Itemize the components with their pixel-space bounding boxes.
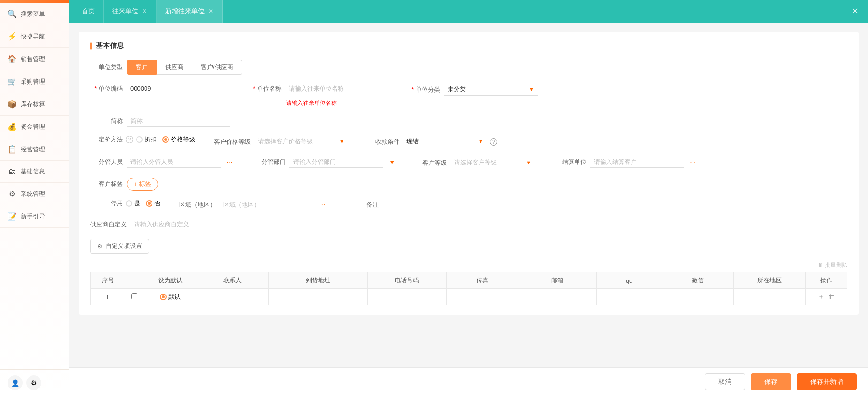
phone-input[interactable]: [386, 294, 428, 301]
batch-delete-area: 🗑 批量删除: [90, 261, 847, 269]
payment-terms-value: 现结: [406, 137, 419, 146]
row-wechat[interactable]: [662, 289, 733, 305]
tab-home-label: 首页: [82, 7, 95, 16]
settings-icon[interactable]: ⚙: [26, 375, 41, 390]
sidebar-item-operations[interactable]: 📋 经营管理: [0, 138, 69, 161]
cancel-button[interactable]: 取消: [705, 373, 745, 390]
sidebar-item-quick-nav[interactable]: ⚡ 快捷导航: [0, 25, 69, 48]
manager-more-btn[interactable]: ···: [224, 158, 234, 166]
pricing-discount[interactable]: 折扣: [136, 135, 157, 144]
batch-delete-label[interactable]: 批量删除: [825, 262, 847, 268]
sidebar-item-purchase[interactable]: 🛒 采购管理: [0, 70, 69, 93]
region-more-btn[interactable]: ···: [317, 201, 327, 209]
row-checkbox[interactable]: [125, 289, 144, 305]
tab-new-partner[interactable]: 新增往来单位 ✕: [157, 0, 223, 23]
unit-code-label: 单位编码: [90, 85, 123, 93]
row-region[interactable]: [733, 289, 805, 305]
manager-input[interactable]: [127, 156, 221, 168]
pricing-help-icon[interactable]: ?: [126, 136, 133, 143]
default-radio[interactable]: 默认: [150, 293, 190, 301]
add-tag-button[interactable]: + 标签: [127, 178, 158, 191]
pricing-level-label: 价格等级: [171, 135, 195, 144]
user-avatar[interactable]: 👤: [8, 375, 23, 390]
settlement-input[interactable]: [590, 156, 684, 168]
sidebar-item-label: 基础信息: [21, 167, 45, 176]
customer-level-label: 客户等级: [414, 159, 447, 167]
unit-code-input[interactable]: [127, 83, 230, 94]
sidebar-item-inventory[interactable]: 📦 库存核算: [0, 93, 69, 116]
type-btn-supplier[interactable]: 供应商: [157, 60, 192, 75]
sidebar-item-guide[interactable]: 📝 新手引导: [0, 205, 69, 228]
address-input[interactable]: [290, 294, 346, 301]
pricing-level-radio[interactable]: [162, 136, 169, 143]
sidebar-item-search[interactable]: 🔍 搜索菜单: [0, 3, 69, 25]
pricing-level[interactable]: 价格等级: [162, 135, 195, 144]
supplier-custom-group: 供应商自定义: [90, 219, 847, 230]
disabled-yes[interactable]: 是: [126, 199, 140, 208]
pricing-discount-radio[interactable]: [136, 136, 143, 143]
section-title: 基本信息: [90, 41, 847, 50]
customer-price-select[interactable]: 请选择客户价格等级 ▼: [254, 135, 348, 148]
save-button[interactable]: 保存: [751, 373, 791, 390]
fax-input[interactable]: [464, 294, 501, 301]
remark-input[interactable]: [382, 199, 523, 210]
payment-terms-select[interactable]: 现结 ▼: [403, 135, 487, 148]
wechat-input[interactable]: [679, 294, 716, 301]
sidebar-bottom: 👤 ⚙: [0, 369, 69, 396]
custom-settings-label: 自定义项设置: [106, 242, 142, 250]
tab-home[interactable]: 首页: [73, 0, 104, 23]
supplier-custom-input[interactable]: [130, 219, 252, 230]
type-btn-both[interactable]: 客户/供应商: [192, 60, 242, 75]
contact-input[interactable]: [214, 294, 251, 301]
default-radio-dot[interactable]: [160, 294, 167, 300]
row-email[interactable]: [518, 289, 597, 305]
window-close-button[interactable]: ✕: [846, 6, 864, 16]
gear-icon: ⚙: [8, 189, 17, 198]
row-contact[interactable]: [197, 289, 268, 305]
folder-icon: 🗂: [8, 167, 17, 176]
sidebar-item-finance[interactable]: 💰 资金管理: [0, 116, 69, 138]
sidebar-item-basic-info[interactable]: 🗂 基础信息: [0, 161, 69, 183]
row-qq[interactable]: [597, 289, 662, 305]
abbr-input[interactable]: [127, 116, 230, 127]
customer-price-label: 客户价格等级: [214, 138, 251, 146]
tab-partners-close[interactable]: ✕: [141, 7, 148, 16]
row-checkbox-input[interactable]: [131, 293, 137, 299]
customer-price-placeholder: 请选择客户价格等级: [258, 137, 313, 146]
unit-name-input[interactable]: [285, 83, 388, 94]
unit-category-select[interactable]: 未分类 ▼: [444, 83, 538, 96]
sidebar-item-system[interactable]: ⚙ 系统管理: [0, 183, 69, 205]
manager-row: 分管人员 ··· 分管部门 ▼ 客户等级 请选择客户等级 ▼: [90, 156, 847, 169]
row-phone[interactable]: [368, 289, 447, 305]
sidebar: 🔍 搜索菜单 ⚡ 快捷导航 🏠 销售管理 🛒 采购管理 📦 库存核算 💰 资金管…: [0, 0, 69, 396]
payment-help-icon[interactable]: ?: [490, 138, 497, 146]
custom-settings-button[interactable]: ⚙ 自定义项设置: [90, 239, 149, 254]
customer-level-select[interactable]: 请选择客户等级 ▼: [450, 156, 535, 169]
settlement-more-btn[interactable]: ···: [688, 158, 698, 166]
row-fax[interactable]: [446, 289, 518, 305]
region-table-input[interactable]: [751, 294, 788, 301]
email-input[interactable]: [536, 294, 579, 301]
delete-row-btn[interactable]: 🗑: [828, 293, 835, 301]
type-btn-customer[interactable]: 客户: [127, 60, 157, 75]
tab-new-partner-close[interactable]: ✕: [207, 7, 214, 16]
payment-terms-group: 收款条件 现结 ▼ ?: [367, 135, 497, 148]
dept-input[interactable]: [289, 156, 383, 168]
col-seq: 序号: [91, 272, 125, 289]
region-input[interactable]: [220, 199, 313, 210]
pricing-row: 定价方法 ? 折扣 价格等级 客户价格等级: [90, 135, 847, 148]
supplier-custom-row: 供应商自定义: [90, 219, 847, 230]
col-region: 所在地区: [733, 272, 805, 289]
add-row-btn[interactable]: ＋: [818, 293, 824, 301]
disabled-no-radio[interactable]: [146, 200, 152, 207]
sidebar-item-label: 资金管理: [21, 123, 45, 131]
row-default: 默认: [144, 289, 197, 305]
row-address[interactable]: [268, 289, 367, 305]
book-icon: 📝: [8, 212, 17, 221]
sidebar-item-sales[interactable]: 🏠 销售管理: [0, 48, 69, 70]
disabled-yes-radio[interactable]: [126, 200, 132, 207]
qq-input[interactable]: [613, 294, 646, 301]
save-and-new-button[interactable]: 保存并新增: [797, 373, 857, 390]
disabled-no[interactable]: 否: [146, 199, 160, 208]
tab-partners[interactable]: 往来单位 ✕: [104, 0, 157, 23]
